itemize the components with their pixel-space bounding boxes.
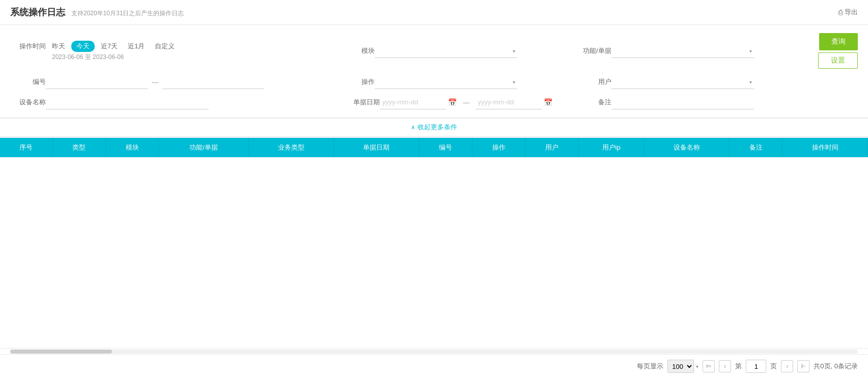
filter-row-1: 操作时间 昨天 今天 近7天 近1月 自定义 2023-06-06 至 2023… bbox=[10, 33, 858, 69]
time-label: 操作时间 bbox=[10, 42, 46, 51]
date-input-wrap: 📅 — 📅 bbox=[380, 95, 552, 109]
number-input-start[interactable] bbox=[46, 75, 148, 89]
page-size-chevron-icon: ▾ bbox=[696, 364, 698, 369]
col-type: 类型 bbox=[52, 138, 105, 157]
number-col: 编号 — bbox=[10, 75, 349, 89]
number-label: 编号 bbox=[10, 77, 46, 86]
time-btn-1month[interactable]: 近1月 bbox=[124, 41, 149, 52]
export-icon: ⎙ bbox=[838, 8, 843, 16]
last-page-button[interactable]: ⊩ bbox=[797, 360, 809, 372]
scroll-thumb[interactable] bbox=[10, 350, 112, 354]
time-filter: 昨天 今天 近7天 近1月 自定义 bbox=[48, 41, 179, 52]
col-function: 功能/单据 bbox=[159, 138, 248, 157]
col-user: 用户 bbox=[525, 138, 578, 157]
col-device: 设备名称 bbox=[644, 138, 729, 157]
col-index: 序号 bbox=[0, 138, 52, 157]
page-size-select[interactable]: 100 50 200 bbox=[667, 360, 694, 373]
device-label: 设备名称 bbox=[10, 98, 46, 107]
col-voucher-date: 单据日期 bbox=[334, 138, 419, 157]
remark-col: 备注 bbox=[576, 95, 802, 109]
user-input[interactable] bbox=[611, 75, 754, 89]
function-input[interactable] bbox=[611, 44, 754, 58]
page-input[interactable] bbox=[746, 360, 766, 373]
module-select-wrap: ▾ bbox=[375, 44, 517, 58]
time-range-display: 2023-06-06 至 2023-06-06 bbox=[52, 53, 124, 61]
collapse-bar[interactable]: ∧ 收起更多条件 bbox=[0, 118, 868, 136]
module-col: 模块 ▾ bbox=[349, 44, 575, 58]
time-btn-custom[interactable]: 自定义 bbox=[151, 41, 179, 52]
header-left: 系统操作日志 支持2020年10月31日之后产生的操作日志 bbox=[10, 6, 184, 18]
page-size-label: 每页显示 bbox=[637, 362, 663, 371]
collapse-up-icon: ∧ bbox=[411, 124, 415, 131]
operation-input[interactable] bbox=[375, 75, 517, 89]
page-subtitle: 支持2020年10月31日之后产生的操作日志 bbox=[71, 9, 184, 18]
time-btn-yesterday[interactable]: 昨天 bbox=[48, 41, 69, 52]
function-label: 功能/单据 bbox=[576, 46, 611, 55]
data-table: 序号 类型 模块 功能/单据 业务类型 单据日期 编号 操作 用户 用户ip 设… bbox=[0, 138, 868, 157]
date-dash: — bbox=[463, 99, 469, 106]
remark-input[interactable] bbox=[611, 95, 754, 109]
function-select-wrap: ▾ bbox=[611, 44, 754, 58]
module-label: 模块 bbox=[349, 46, 375, 55]
page-title: 系统操作日志 bbox=[10, 6, 65, 18]
pagination-bar: 每页显示 100 50 200 ▾ ⊨ ‹ 第 页 › ⊩ 共0页, 0条记录 bbox=[0, 354, 868, 378]
filter-rows: 操作时间 昨天 今天 近7天 近1月 自定义 2023-06-06 至 2023… bbox=[10, 33, 858, 109]
calendar-end-icon[interactable]: 📅 bbox=[544, 98, 552, 106]
filter-area: 操作时间 昨天 今天 近7天 近1月 自定义 2023-06-06 至 2023… bbox=[0, 25, 868, 118]
scroll-bar-area[interactable] bbox=[0, 348, 868, 354]
table-header-row: 序号 类型 模块 功能/单据 业务类型 单据日期 编号 操作 用户 用户ip 设… bbox=[0, 138, 868, 157]
device-col: 设备名称 bbox=[10, 95, 349, 109]
remark-label: 备注 bbox=[576, 98, 611, 107]
filter-row-3: 设备名称 单据日期 📅 — 📅 备注 bbox=[10, 95, 858, 109]
function-col: 功能/单据 ▾ bbox=[576, 44, 802, 58]
export-label: 导出 bbox=[845, 8, 858, 17]
time-col: 操作时间 昨天 今天 近7天 近1月 自定义 2023-06-06 至 2023… bbox=[10, 41, 349, 62]
export-button[interactable]: ⎙ 导出 bbox=[838, 8, 858, 17]
operation-col: 操作 ▾ bbox=[349, 75, 575, 89]
time-btn-today[interactable]: 今天 bbox=[71, 41, 95, 52]
module-input[interactable] bbox=[375, 44, 517, 58]
page-header: 系统操作日志 支持2020年10月31日之后产生的操作日志 ⎙ 导出 bbox=[0, 0, 868, 25]
operation-select-wrap: ▾ bbox=[375, 75, 517, 89]
col-operation: 操作 bbox=[472, 138, 525, 157]
prev-page-button[interactable]: ‹ bbox=[719, 360, 731, 372]
col-op-time: 操作时间 bbox=[782, 138, 868, 157]
col-number: 编号 bbox=[419, 138, 472, 157]
table-section: 序号 类型 模块 功能/单据 业务类型 单据日期 编号 操作 用户 用户ip 设… bbox=[0, 138, 868, 348]
user-label: 用户 bbox=[576, 77, 611, 86]
device-input[interactable] bbox=[46, 95, 209, 109]
number-dash: — bbox=[152, 78, 158, 86]
col-module: 模块 bbox=[106, 138, 159, 157]
calendar-start-icon[interactable]: 📅 bbox=[448, 98, 457, 106]
page-container: 系统操作日志 支持2020年10月31日之后产生的操作日志 ⎙ 导出 操作时间 … bbox=[0, 0, 868, 378]
action-buttons: 查询 设置 bbox=[802, 33, 858, 69]
collapse-label: 收起更多条件 bbox=[417, 123, 457, 132]
col-business-type: 业务类型 bbox=[248, 138, 333, 157]
voucher-date-label: 单据日期 bbox=[349, 98, 380, 107]
page-label: 第 bbox=[735, 362, 742, 371]
empty-area bbox=[0, 157, 868, 335]
operation-label: 操作 bbox=[349, 77, 375, 86]
page-suffix: 页 bbox=[770, 362, 777, 371]
user-select-wrap: ▾ bbox=[611, 75, 754, 89]
col-remark: 备注 bbox=[730, 138, 782, 157]
next-page-button[interactable]: › bbox=[781, 360, 793, 372]
voucher-date-col: 单据日期 📅 — 📅 bbox=[349, 95, 575, 109]
col-user-ip: 用户ip bbox=[578, 138, 644, 157]
number-input-end[interactable] bbox=[162, 75, 264, 89]
time-btn-7days[interactable]: 近7天 bbox=[97, 41, 122, 52]
scroll-track bbox=[10, 350, 858, 354]
first-page-button[interactable]: ⊨ bbox=[703, 360, 715, 372]
date-start-input[interactable] bbox=[380, 95, 446, 109]
filter-row-2: 编号 — 操作 ▾ 用户 bbox=[10, 75, 858, 89]
query-button[interactable]: 查询 bbox=[819, 33, 858, 50]
user-col: 用户 ▾ bbox=[576, 75, 802, 89]
setting-button[interactable]: 设置 bbox=[818, 52, 858, 69]
total-info: 共0页, 0条记录 bbox=[814, 362, 858, 371]
table-header: 序号 类型 模块 功能/单据 业务类型 单据日期 编号 操作 用户 用户ip 设… bbox=[0, 138, 868, 157]
date-end-input[interactable] bbox=[475, 95, 542, 109]
